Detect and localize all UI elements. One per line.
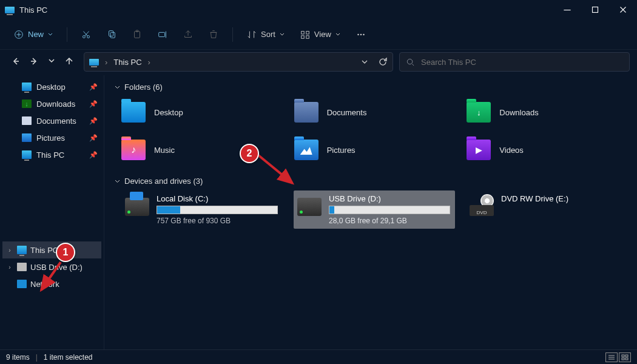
maximize-button[interactable] bbox=[581, 0, 609, 19]
drive-free-text: 28,0 GB free of 29,1 GB bbox=[329, 217, 451, 225]
svg-rect-18 bbox=[625, 355, 628, 357]
section-drives-header[interactable]: Devices and drives (3) bbox=[114, 177, 627, 186]
folder-desktop[interactable]: Desktop bbox=[121, 96, 282, 128]
window-controls bbox=[553, 0, 637, 19]
sort-button-label: Sort bbox=[261, 30, 275, 39]
network-icon bbox=[17, 280, 27, 288]
storage-bar bbox=[157, 206, 278, 214]
sidebar-item-desktop[interactable]: Desktop📌 bbox=[2, 79, 101, 95]
chevron-right-icon[interactable]: › bbox=[6, 247, 13, 254]
pin-icon: 📌 bbox=[89, 134, 98, 142]
share-button[interactable] bbox=[177, 24, 200, 45]
address-bar[interactable]: › This PC › bbox=[84, 52, 393, 72]
svg-rect-12 bbox=[306, 35, 309, 38]
ellipsis-icon bbox=[356, 29, 366, 40]
svg-rect-11 bbox=[302, 35, 305, 38]
sort-icon bbox=[246, 29, 257, 40]
sidebar-item-thispc[interactable]: This PC📌 bbox=[2, 147, 101, 163]
rename-icon bbox=[157, 29, 168, 40]
drive-name: USB Drive (D:) bbox=[329, 194, 451, 203]
drive-e[interactable]: DVD DVD RW Drive (E:) bbox=[466, 190, 627, 229]
storage-bar bbox=[329, 206, 450, 214]
minimize-button[interactable] bbox=[553, 0, 581, 19]
download-icon: ↓ bbox=[22, 99, 32, 108]
more-button[interactable] bbox=[349, 24, 372, 45]
hdd-icon bbox=[297, 198, 322, 216]
svg-rect-8 bbox=[159, 32, 165, 36]
drive-d[interactable]: USB Drive (D:) 28,0 GB free of 29,1 GB bbox=[294, 190, 455, 229]
svg-rect-10 bbox=[306, 31, 309, 34]
view-button[interactable]: View bbox=[294, 24, 347, 45]
view-details-button[interactable] bbox=[605, 352, 618, 362]
rename-button[interactable] bbox=[151, 24, 174, 45]
chevron-right-icon[interactable]: › bbox=[6, 264, 13, 271]
view-icon bbox=[300, 29, 311, 40]
window-title: This PC bbox=[19, 5, 47, 15]
cut-button[interactable] bbox=[75, 24, 98, 45]
copy-icon bbox=[106, 29, 117, 40]
delete-button[interactable] bbox=[202, 24, 225, 45]
paste-button[interactable] bbox=[126, 24, 149, 45]
tree-item-thispc[interactable]: ›This PC bbox=[2, 241, 101, 258]
chevron-down-icon[interactable] bbox=[361, 58, 368, 66]
svg-point-14 bbox=[360, 33, 362, 35]
folder-label: Desktop bbox=[154, 108, 183, 117]
recent-button[interactable] bbox=[47, 56, 56, 68]
refresh-icon[interactable] bbox=[378, 57, 388, 67]
search-input[interactable] bbox=[421, 58, 623, 67]
breadcrumb[interactable]: This PC bbox=[113, 58, 141, 67]
sidebar-item-label: This PC bbox=[36, 150, 64, 160]
new-button[interactable]: New bbox=[7, 24, 59, 45]
section-label: Devices and drives (3) bbox=[124, 177, 203, 186]
view-tiles-button[interactable] bbox=[619, 352, 631, 362]
status-item-count: 9 items bbox=[6, 353, 30, 362]
chevron-down-icon bbox=[114, 84, 121, 90]
quick-access: Desktop📌 ↓Downloads📌 Documents📌 Pictures… bbox=[2, 79, 101, 163]
view-button-label: View bbox=[314, 30, 331, 39]
arrow-up-icon bbox=[64, 56, 74, 66]
drive-icon bbox=[17, 263, 27, 271]
svg-point-13 bbox=[357, 33, 359, 35]
content-pane: Folders (6) Desktop Documents Downloads … bbox=[104, 75, 637, 349]
folder-label: Downloads bbox=[499, 108, 538, 117]
drive-free-text: 757 GB free of 930 GB bbox=[157, 217, 279, 225]
folder-pictures[interactable]: Pictures bbox=[294, 134, 455, 166]
chevron-down-icon bbox=[279, 32, 285, 38]
folder-icon bbox=[467, 140, 491, 160]
annotation-arrow-1 bbox=[36, 260, 67, 296]
sidebar-item-pictures[interactable]: Pictures📌 bbox=[2, 130, 101, 146]
drive-c[interactable]: Local Disk (C:) 757 GB free of 930 GB bbox=[121, 190, 283, 229]
monitor-icon bbox=[22, 150, 32, 159]
chevron-down-icon bbox=[114, 178, 121, 184]
section-folders-header[interactable]: Folders (6) bbox=[114, 83, 627, 92]
folder-documents[interactable]: Documents bbox=[294, 96, 455, 128]
folder-downloads[interactable]: Downloads bbox=[467, 96, 627, 128]
arrow-right-icon bbox=[29, 56, 39, 66]
section-label: Folders (6) bbox=[124, 83, 163, 92]
svg-rect-0 bbox=[593, 7, 598, 13]
close-button[interactable] bbox=[609, 0, 637, 19]
pin-icon: 📌 bbox=[89, 83, 98, 91]
hdd-icon bbox=[125, 198, 149, 216]
forward-button[interactable] bbox=[29, 56, 39, 68]
copy-button[interactable] bbox=[100, 24, 123, 45]
pin-icon: 📌 bbox=[89, 151, 98, 159]
picture-icon bbox=[22, 133, 32, 142]
svg-rect-17 bbox=[622, 355, 624, 357]
sidebar-item-documents[interactable]: Documents📌 bbox=[2, 113, 101, 129]
sort-button[interactable]: Sort bbox=[240, 24, 291, 45]
document-icon bbox=[22, 116, 32, 125]
back-button[interactable] bbox=[11, 56, 21, 68]
folder-label: Documents bbox=[327, 108, 367, 117]
chevron-down-icon bbox=[335, 32, 341, 38]
new-button-label: New bbox=[28, 30, 44, 39]
sidebar-item-label: Desktop bbox=[36, 83, 66, 92]
pin-icon: 📌 bbox=[89, 100, 98, 108]
up-button[interactable] bbox=[64, 56, 74, 68]
dvd-icon: DVD bbox=[470, 198, 494, 216]
svg-point-15 bbox=[363, 33, 365, 35]
sidebar-item-downloads[interactable]: ↓Downloads📌 bbox=[2, 96, 101, 112]
folder-videos[interactable]: Videos bbox=[467, 134, 627, 166]
search-box[interactable] bbox=[399, 52, 630, 72]
folder-label: Pictures bbox=[327, 146, 356, 155]
